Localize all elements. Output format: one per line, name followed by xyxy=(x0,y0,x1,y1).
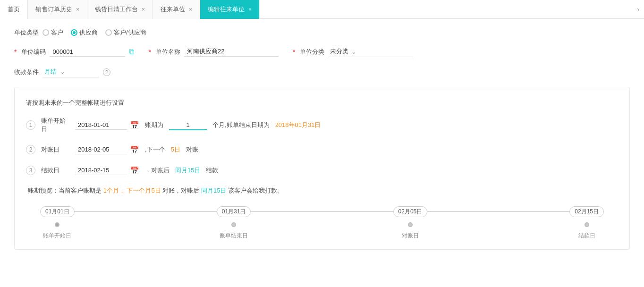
tab-sales-history-label: 销售订单历史 xyxy=(35,5,72,14)
timeline-dot-2 xyxy=(408,222,413,227)
unit-code-copy-icon[interactable]: ⧉ xyxy=(129,48,134,56)
tab-cash-workbench-label: 钱货日清工作台 xyxy=(95,5,138,14)
preview-label: 账期预览：当前客户账期是 xyxy=(28,187,102,194)
date-input-box-1: 📅 xyxy=(75,120,139,130)
timeline-point-1: 01月31日 账单结束日 xyxy=(217,206,251,240)
payment-terms-field: 收款条件 月结 ⌄ ? xyxy=(14,67,110,77)
setting-row-3: 3 结款日 📅 ，对账后 同月15日 结款 xyxy=(26,166,618,175)
payment-date-calendar-icon[interactable]: 📅 xyxy=(130,166,139,175)
timeline-dot-0 xyxy=(55,222,59,227)
radio-customer[interactable]: 客户 xyxy=(42,28,63,37)
date-input-box-2: 📅 xyxy=(75,145,139,154)
unit-category-value: 未分类 xyxy=(330,47,348,56)
row-num-1: 1 xyxy=(26,120,35,130)
preview-text: 账期预览：当前客户账期是 1个月， 下一个月5日 对账，对账后 同月15日 该客… xyxy=(26,186,618,195)
unit-category-label: 单位分类 xyxy=(300,48,324,56)
row-num-3: 3 xyxy=(26,166,35,175)
payment-desc-prefix: ，对账后 xyxy=(145,166,169,175)
period-value-input[interactable] xyxy=(169,120,207,130)
unit-category-star: * xyxy=(293,48,295,56)
tab-cash-workbench-close[interactable]: × xyxy=(142,6,145,13)
radio-customer-label: 客户 xyxy=(51,28,63,37)
timeline-badge-1: 01月31日 xyxy=(217,206,251,217)
unit-name-label: 单位名称 xyxy=(156,48,180,56)
tab-partner-units[interactable]: 往来单位 × xyxy=(153,0,200,19)
period-unit: 个月,账单结束日期为 xyxy=(212,121,270,129)
tabs-scroll-arrow[interactable]: › xyxy=(632,0,644,18)
settings-panel: 请按照未来的一个完整帐期进行设置 1 账单开始日 📅 账期为 个月,账单结束日期… xyxy=(14,87,630,250)
preview-p3: 同月15日 xyxy=(201,187,226,194)
unit-type-row: 单位类型 客户 供应商 客户/供应商 xyxy=(14,28,630,37)
reconcile-desc-prefix: ,下一个 xyxy=(145,145,165,154)
radio-supplier-label: 供应商 xyxy=(79,28,98,37)
timeline-dot-1 xyxy=(231,222,236,227)
tabs-bar: 首页 销售订单历史 × 钱货日清工作台 × 往来单位 × 编辑往来单位 × › xyxy=(0,0,644,19)
preview-end: 该客户会给我打款。 xyxy=(228,187,283,194)
unit-name-input[interactable] xyxy=(184,47,279,57)
timeline: 01月01日 账单开始日 01月31日 账单结束日 02月05日 对账日 02月… xyxy=(26,206,618,240)
reconcile-date-input[interactable] xyxy=(75,145,127,154)
timeline-label-2: 对账日 xyxy=(402,232,419,240)
tab-home-label: 首页 xyxy=(8,5,20,14)
timeline-label-0: 账单开始日 xyxy=(43,232,71,240)
payment-date-input[interactable] xyxy=(75,166,127,175)
payment-terms-help-icon[interactable]: ? xyxy=(103,68,110,76)
payment-terms-value: 月结 xyxy=(44,68,57,76)
unit-category-select[interactable]: 未分类 ⌄ xyxy=(328,46,413,57)
tab-sales-history-close[interactable]: × xyxy=(76,6,79,13)
unit-code-label: 单位编码 xyxy=(21,48,46,56)
timeline-badge-3: 02月15日 xyxy=(569,206,604,217)
unit-code-star: * xyxy=(14,48,17,56)
tab-edit-partner-label: 编辑往来单位 xyxy=(208,5,245,14)
setting-row-2: 2 对账日 📅 ,下一个 5日 对账 xyxy=(26,145,618,154)
payment-terms-arrow-icon: ⌄ xyxy=(60,69,65,75)
unit-type-label: 单位类型 xyxy=(14,28,39,37)
reconcile-date-calendar-icon[interactable]: 📅 xyxy=(130,145,139,154)
tab-cash-workbench[interactable]: 钱货日清工作台 × xyxy=(87,0,153,19)
row-label-1: 账单开始日 xyxy=(41,117,69,134)
unit-code-field: * 单位编码 ⧉ xyxy=(14,47,134,57)
tab-edit-partner-close[interactable]: × xyxy=(248,6,252,13)
timeline-label-3: 结款日 xyxy=(578,232,595,240)
radio-supplier[interactable]: 供应商 xyxy=(71,28,98,37)
unit-name-star: * xyxy=(148,48,151,56)
payment-desc-suffix: 结款 xyxy=(206,166,218,175)
timeline-points: 01月01日 账单开始日 01月31日 账单结束日 02月05日 对账日 02月… xyxy=(40,206,604,240)
radio-both-circle xyxy=(105,29,112,36)
page-content: 单位类型 客户 供应商 客户/供应商 * 单位编码 xyxy=(0,19,644,287)
start-date-input[interactable] xyxy=(75,120,127,130)
tab-home[interactable]: 首页 xyxy=(0,0,28,19)
timeline-badge-2: 02月05日 xyxy=(393,206,428,217)
unit-category-arrow-icon: ⌄ xyxy=(351,48,356,55)
timeline-point-3: 02月15日 结款日 xyxy=(569,206,604,240)
payment-terms-label: 收款条件 xyxy=(14,68,39,76)
tab-partner-units-close[interactable]: × xyxy=(189,6,192,13)
tab-sales-history[interactable]: 销售订单历史 × xyxy=(28,0,87,19)
tab-partner-units-label: 往来单位 xyxy=(161,5,185,14)
row-label-2: 对账日 xyxy=(41,145,69,154)
timeline-label-1: 账单结束日 xyxy=(220,232,248,240)
radio-both[interactable]: 客户/供应商 xyxy=(105,28,146,37)
panel-title: 请按照未来的一个完整帐期进行设置 xyxy=(26,99,618,107)
row-num-2: 2 xyxy=(26,145,35,154)
row-label-3: 结款日 xyxy=(41,166,69,175)
timeline-point-0: 01月01日 账单开始日 xyxy=(40,206,75,240)
payment-terms-select[interactable]: 月结 ⌄ xyxy=(42,67,99,77)
unit-type-field: 单位类型 客户 供应商 客户/供应商 xyxy=(14,28,146,37)
radio-customer-circle xyxy=(42,29,49,36)
start-date-calendar-icon[interactable]: 📅 xyxy=(130,121,139,130)
unit-info-row: * 单位编码 ⧉ * 单位名称 * 单位分类 未分类 ⌄ xyxy=(14,46,630,57)
payment-desc-highlight: 同月15日 xyxy=(175,166,200,175)
period-end-date: 2018年01月31日 xyxy=(275,121,321,129)
reconcile-desc-highlight: 5日 xyxy=(171,145,180,154)
timeline-dot-3 xyxy=(585,222,589,227)
unit-category-field: * 单位分类 未分类 ⌄ xyxy=(293,46,413,57)
timeline-point-2: 02月05日 对账日 xyxy=(393,206,428,240)
unit-code-input[interactable] xyxy=(50,47,125,57)
payment-terms-row: 收款条件 月结 ⌄ ? xyxy=(14,67,630,77)
radio-both-label: 客户/供应商 xyxy=(114,28,146,37)
preview-p1: 1个月， xyxy=(103,187,125,194)
unit-type-radio-group: 客户 供应商 客户/供应商 xyxy=(42,28,146,37)
tab-edit-partner[interactable]: 编辑往来单位 × xyxy=(200,0,260,19)
setting-row-1: 1 账单开始日 📅 账期为 个月,账单结束日期为 2018年01月31日 xyxy=(26,117,618,134)
